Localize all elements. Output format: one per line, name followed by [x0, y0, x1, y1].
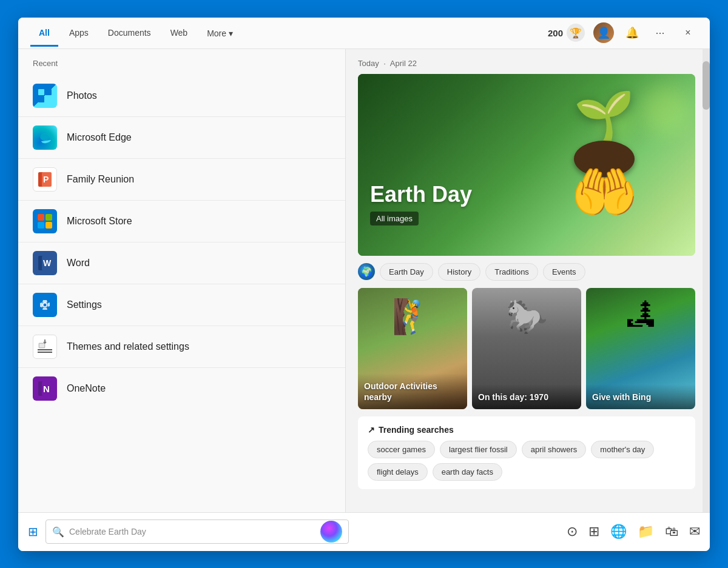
hand-emoji: 🤲 — [570, 165, 638, 219]
card-outdoor-activities[interactable]: 🧗 Outdoor Activities nearby — [358, 288, 467, 409]
card-on-this-day[interactable]: 🐎 On this day: 1970 — [472, 288, 581, 409]
svg-text:W: W — [43, 258, 52, 268]
user-avatar[interactable]: 👤 — [593, 22, 614, 43]
windows-start-icon[interactable]: ⊞ — [28, 524, 38, 539]
tab-more-label: More — [207, 28, 226, 38]
close-button[interactable]: × — [678, 23, 698, 42]
app-name-themes: Themes and related settings — [67, 341, 189, 352]
svg-rect-11 — [38, 222, 44, 229]
list-item[interactable]: W Word — [18, 242, 345, 284]
recent-label: Recent — [18, 59, 345, 75]
tags-row: 🌍 Earth Day History Traditions Events — [358, 263, 695, 281]
svg-rect-22 — [39, 344, 44, 347]
outdoor-overlay: Outdoor Activities nearby — [358, 373, 467, 409]
hero-card[interactable]: 🌱 🤲 Earth Day All images — [358, 74, 695, 256]
hero-text-area: Earth Day All images — [370, 182, 472, 226]
bing-card-label: Give with Bing — [592, 392, 689, 403]
tag-history[interactable]: History — [438, 263, 480, 281]
taskbar-mail-icon[interactable]: ✉ — [689, 524, 700, 540]
svg-text:P: P — [43, 175, 49, 184]
onenote-icon: N — [33, 376, 57, 401]
svg-rect-20 — [38, 352, 52, 353]
list-item[interactable]: Microsoft Edge — [18, 117, 345, 159]
history-overlay: On this day: 1970 — [472, 384, 581, 409]
hero-subtitle[interactable]: All images — [370, 212, 419, 226]
app-name-edge: Microsoft Edge — [67, 132, 132, 143]
svg-rect-1 — [46, 89, 52, 95]
more-options-icon[interactable]: ··· — [650, 23, 670, 42]
app-name-settings: Settings — [67, 299, 102, 310]
card-grid: 🧗 Outdoor Activities nearby 🐎 On this da… — [358, 288, 695, 409]
powerpoint-icon: P — [33, 167, 57, 192]
svg-rect-0 — [38, 89, 44, 95]
taskbar-store-icon[interactable]: 🛍 — [665, 524, 678, 540]
tab-documents[interactable]: Documents — [99, 19, 160, 47]
scrollbar-thumb[interactable] — [703, 61, 710, 110]
bing-logo-icon — [320, 521, 342, 543]
tag-earth-day[interactable]: Earth Day — [380, 263, 433, 281]
trending-pill-showers[interactable]: april showers — [522, 441, 587, 458]
trending-pill-flight[interactable]: flight delays — [368, 463, 428, 481]
search-input-placeholder: Celebrate Earth Day — [69, 527, 315, 536]
svg-rect-10 — [46, 214, 52, 221]
scrollbar-track[interactable] — [703, 49, 710, 512]
tab-all[interactable]: All — [30, 19, 58, 47]
trending-pill-earth-facts[interactable]: earth day facts — [433, 463, 502, 481]
left-panel: Recent Photos — [18, 49, 346, 512]
search-box[interactable]: 🔍 Celebrate Earth Day — [46, 520, 349, 544]
card-give-with-bing[interactable]: 🏞 Give with Bing — [586, 288, 695, 409]
svg-rect-3 — [46, 96, 52, 102]
themes-icon — [33, 335, 57, 359]
start-area: ⊞ — [28, 524, 38, 539]
taskbar-cortana-icon[interactable]: ⊙ — [567, 524, 578, 540]
right-content-area: Today · April 22 🌱 — [346, 49, 710, 499]
notifications-icon[interactable]: 🔔 — [622, 23, 642, 42]
list-item[interactable]: Microsoft Store — [18, 201, 345, 242]
list-item[interactable]: Settings — [18, 284, 345, 326]
tag-events[interactable]: Events — [543, 263, 585, 281]
hand-plant-visual: 🌱 🤲 — [531, 92, 677, 256]
hero-title: Earth Day — [370, 182, 472, 207]
tag-traditions[interactable]: Traditions — [485, 263, 538, 281]
tab-web[interactable]: Web — [162, 19, 197, 47]
list-item[interactable]: Themes and related settings — [18, 326, 345, 368]
trending-section: ↗ Trending searches soccer games largest… — [358, 416, 695, 489]
word-icon: W — [33, 251, 57, 275]
list-item[interactable]: Photos — [18, 75, 345, 117]
app-name-onenote: OneNote — [67, 383, 106, 394]
tab-apps[interactable]: Apps — [61, 19, 97, 47]
app-name-photos: Photos — [67, 90, 97, 101]
trending-pill-mothers-day[interactable]: mother's day — [591, 441, 654, 458]
trending-title: ↗ Trending searches — [368, 425, 686, 435]
svg-point-18 — [44, 303, 47, 306]
list-item[interactable]: P Family Reunion — [18, 159, 345, 201]
trending-pill-soccer[interactable]: soccer games — [368, 441, 435, 458]
header-bar: All Apps Documents Web More ▾ 200 🏆 👤 🔔 … — [18, 18, 710, 49]
outdoor-person-icon: 🧗 — [392, 297, 434, 336]
search-window: All Apps Documents Web More ▾ 200 🏆 👤 🔔 … — [18, 18, 710, 551]
date-separator: · — [383, 59, 386, 68]
app-name-store: Microsoft Store — [67, 216, 132, 227]
taskbar-edge-icon[interactable]: 🌐 — [610, 524, 627, 540]
store-icon — [33, 209, 57, 233]
date-display: Today · April 22 — [358, 59, 695, 68]
app-name-word: Word — [67, 258, 90, 269]
trending-pill-fossil[interactable]: largest flier fossil — [440, 441, 517, 458]
svg-rect-2 — [38, 96, 44, 102]
list-item[interactable]: N OneNote — [18, 368, 345, 409]
bing-river-icon: 🏞 — [625, 297, 656, 332]
tab-more[interactable]: More ▾ — [198, 20, 241, 45]
taskbar-file-explorer-icon[interactable]: 📁 — [638, 524, 654, 540]
history-horse-icon: 🐎 — [506, 297, 548, 336]
outdoor-card-label: Outdoor Activities nearby — [364, 381, 461, 403]
app-name-family-reunion: Family Reunion — [67, 174, 134, 185]
right-panel: Today · April 22 🌱 — [346, 49, 710, 512]
taskbar-task-view-icon[interactable]: ⊞ — [588, 524, 599, 540]
trophy-icon: 🏆 — [567, 24, 585, 42]
main-content: Recent Photos — [18, 49, 710, 512]
score-display: 200 🏆 — [548, 24, 585, 42]
taskbar-icons-area: ⊙ ⊞ 🌐 📁 🛍 ✉ — [567, 524, 700, 540]
taskbar: ⊞ 🔍 Celebrate Earth Day ⊙ ⊞ 🌐 📁 🛍 ✉ — [18, 512, 710, 551]
header-right-area: 200 🏆 👤 🔔 ··· × — [548, 22, 698, 43]
score-value: 200 — [548, 28, 563, 38]
